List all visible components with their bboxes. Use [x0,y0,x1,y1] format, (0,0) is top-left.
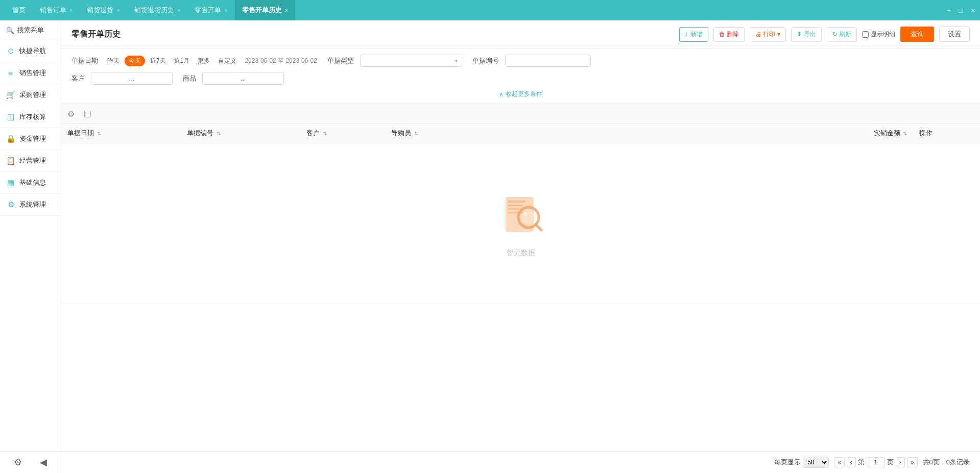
print-button[interactable]: 🖨 打印 ▾ [750,27,786,42]
per-page-select[interactable]: 50 10 20 100 [803,457,829,468]
goods-label: 商品 [183,74,196,83]
window-close-button[interactable]: × [971,7,975,14]
search-icon: 🔍 [6,27,14,34]
export-button[interactable]: ⬆ 导出 [791,27,821,42]
col-customer[interactable]: 客户 ⇅ [300,123,385,143]
date-custom[interactable]: 自定义 [215,56,240,66]
sidebar-item-operations[interactable]: 📋 经营管理 [0,150,61,172]
per-page-label: 每页显示 [774,458,801,467]
window-controls: − □ × [947,7,975,14]
close-retail-open-tab[interactable]: × [224,7,227,13]
inventory-icon: ◫ [6,112,15,121]
number-input[interactable] [505,55,591,67]
system-mgmt-icon: ⚙ [6,200,15,209]
table-toolbar: ⚙ [61,105,980,123]
date-range-display: 2023-06-02 至 2023-06-02 [245,57,317,65]
col-number[interactable]: 单据编号 ⇅ [181,123,300,143]
sort-number-icon: ⇅ [217,131,221,136]
sidebar-item-finance[interactable]: 🔒 资金管理 [0,128,61,150]
current-page-input[interactable] [867,457,885,467]
date-7days[interactable]: 近7天 [147,56,169,66]
setting-button[interactable]: 设置 [939,27,970,42]
close-sales-order-tab[interactable]: × [69,7,73,13]
sidebar-item-sales-mgmt[interactable]: ≡ 销售管理 [0,62,61,84]
sidebar-item-system-mgmt[interactable]: ⚙ 系统管理 [0,194,61,216]
customer-select-button[interactable]: ... [91,72,173,85]
close-sales-return-history-tab[interactable]: × [177,7,180,13]
customer-label: 客户 [71,74,85,83]
svg-rect-2 [508,205,523,206]
col-guide[interactable]: 导购员 ⇅ [385,123,487,143]
window-max-button[interactable]: □ [959,7,963,14]
purchase-mgmt-icon: 🛒 [6,90,15,99]
collapse-button[interactable]: ∧ 收起更多条件 [71,90,970,98]
close-sales-return-tab[interactable]: × [116,7,119,13]
goods-select-button[interactable]: ... [202,72,284,85]
pagination-bar: 每页显示 50 10 20 100 « ‹ 第 页 › » 共0页，0条记录 [61,451,980,473]
quick-nav-icon: ⊙ [6,46,15,56]
add-button[interactable]: + 新增 [679,27,708,42]
sidebar-collapse-icon[interactable]: ◀ [40,457,47,468]
query-button[interactable]: 查询 [900,27,934,42]
page-label: 第 [858,458,865,467]
window-min-button[interactable]: − [947,7,951,14]
col-date[interactable]: 单据日期 ⇅ [61,123,181,143]
delete-button[interactable]: 🗑 删除 [713,27,745,42]
table-body: 暂无数据 [61,143,980,304]
sidebar-item-quick-nav[interactable]: ⊙ 快捷导航 [0,40,61,62]
sidebar-search[interactable]: 🔍 搜索采单 [0,20,61,40]
table-head: 单据日期 ⇅ 单据编号 ⇅ 客户 ⇅ 导购员 ⇅ [61,123,980,143]
display-detail-toggle[interactable]: 显示明细 [862,30,895,39]
tab-sales-order[interactable]: 销售订单 × [33,0,80,20]
empty-text: 暂无数据 [507,248,535,258]
filter-row-1: 单据日期 昨天 今天 近7天 近1月 更多 自定义 2023-06-02 至 2… [71,55,970,67]
tab-retail-open[interactable]: 零售开单 × [187,0,234,20]
date-filter-group: 单据日期 昨天 今天 近7天 近1月 更多 自定义 2023-06-02 至 2… [71,56,317,66]
first-page-button[interactable]: « [834,457,845,467]
tab-sales-return[interactable]: 销货退货 × [80,0,127,20]
sidebar-item-label: 库存核算 [19,112,46,121]
empty-state: 暂无数据 [67,148,974,298]
sidebar-item-basic-info[interactable]: ▦ 基础信息 [0,172,61,194]
display-detail-checkbox[interactable] [862,31,869,38]
last-page-button[interactable]: » [907,457,918,467]
date-more[interactable]: 更多 [195,56,213,66]
col-action: 操作 [913,123,980,143]
prev-page-button[interactable]: ‹ [847,457,856,467]
search-label: 搜索采单 [17,26,44,35]
select-all-checkbox[interactable] [80,111,95,117]
date-yesterday[interactable]: 昨天 [104,56,123,66]
sidebar: 🔍 搜索采单 ⊙ 快捷导航 ≡ 销售管理 🛒 采购管理 ◫ 库存核算 🔒 资金管… [0,20,61,473]
sidebar-item-purchase-mgmt[interactable]: 🛒 采购管理 [0,84,61,106]
sort-amount-icon: ⇅ [903,131,907,136]
data-table: 单据日期 ⇅ 单据编号 ⇅ 客户 ⇅ 导购员 ⇅ [61,123,980,304]
next-page-button[interactable]: › [896,457,905,467]
close-retail-open-history-tab[interactable]: × [285,7,288,13]
tab-sales-return-history[interactable]: 销货退货历史 × [127,0,187,20]
refresh-button[interactable]: ↻ 刷新 [827,27,857,42]
type-select-wrap[interactable]: ▾ [360,55,462,67]
svg-line-7 [536,225,541,230]
sidebar-item-inventory[interactable]: ◫ 库存核算 [0,106,61,128]
sidebar-bottom: ⚙ ◀ [0,451,61,473]
svg-rect-3 [508,208,522,210]
sidebar-item-label: 资金管理 [19,134,46,143]
sort-customer-icon: ⇅ [323,131,327,136]
sidebar-item-label: 快捷导航 [19,46,46,56]
sidebar-settings-icon[interactable]: ⚙ [14,457,22,468]
type-select[interactable] [365,57,455,64]
empty-icon [495,189,546,240]
col-amount[interactable]: 实销金额 ⇅ [794,123,913,143]
date-1month[interactable]: 近1月 [171,56,193,66]
sort-guide-icon: ⇅ [414,131,418,136]
table-header-row: 单据日期 ⇅ 单据编号 ⇅ 客户 ⇅ 导购员 ⇅ [61,123,980,143]
collapse-icon: ∧ [499,91,504,98]
main-layout: 🔍 搜索采单 ⊙ 快捷导航 ≡ 销售管理 🛒 采购管理 ◫ 库存核算 🔒 资金管… [0,20,980,473]
tab-home[interactable]: 首页 [5,0,33,20]
table-settings-icon[interactable]: ⚙ [67,109,75,119]
page-size-wrap: 每页显示 50 10 20 100 [774,457,829,468]
date-today[interactable]: 今天 [125,56,145,66]
tab-retail-open-history[interactable]: 零售开单历史 × [235,0,295,20]
collapse-label: 收起更多条件 [506,90,542,98]
top-bar: 首页 销售订单 × 销货退货 × 销货退货历史 × 零售开单 × 零售开单历史 … [0,0,980,20]
